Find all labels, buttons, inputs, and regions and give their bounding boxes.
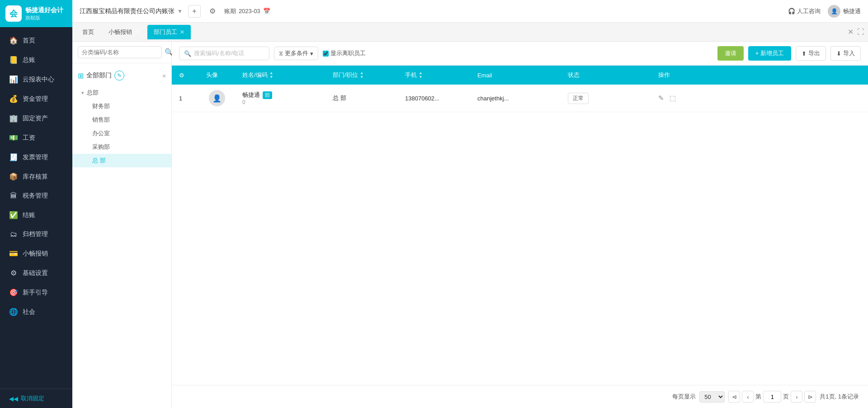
settings-gear-button[interactable]: ⚙ xyxy=(206,5,219,18)
tab-close-icon[interactable]: ✕ xyxy=(180,29,184,35)
sidebar-item-salary[interactable]: 💵 工资 xyxy=(0,128,72,147)
next-page-button[interactable]: › xyxy=(791,391,802,403)
dept-position: 总 部 xyxy=(333,95,346,101)
import-button[interactable]: ⬇ 导入 xyxy=(830,46,861,61)
dept-child-hq[interactable]: 总 部 xyxy=(72,154,171,167)
period-selector[interactable]: 账期 2023-03 📅 xyxy=(224,7,270,15)
th-name-label: 姓名/编码 xyxy=(242,71,268,79)
unpin-button[interactable]: ◀◀ 取消固定 xyxy=(0,389,72,408)
logo-icon: 会 xyxy=(5,5,22,22)
pagination-bar: 每页显示 50 10 20 100 ⊲ ‹ 第 页 › ⊳ 共1页, 1条记录 xyxy=(172,385,868,408)
mobile-number: 138070602... xyxy=(405,95,439,102)
company-selector[interactable]: 江西服宝精品有限责任公司内账张 ▼ xyxy=(80,7,183,15)
user-menu-button[interactable]: 👤 畅捷通 xyxy=(828,5,861,18)
salary-icon: 💵 xyxy=(9,133,18,142)
sidebar-item-settings[interactable]: ⚙ 基础设置 xyxy=(0,263,72,283)
sidebar-item-reports[interactable]: 📊 云报表中心 xyxy=(0,70,72,89)
edit-icon[interactable]: ✎ xyxy=(658,94,664,102)
avatar: 👤 xyxy=(828,5,840,18)
th-avatar: 头像 xyxy=(199,66,235,85)
invite-button[interactable]: 邀请 xyxy=(717,46,744,61)
sidebar-item-inventory[interactable]: 📦 库存核算 xyxy=(0,167,72,186)
fund-icon: 💰 xyxy=(9,95,18,103)
fullscreen-icon[interactable]: ⛶ xyxy=(857,28,864,36)
dept-parent-hq[interactable]: 总部 xyxy=(72,86,171,100)
table-header-row: ⚙ 头像 姓名/编码 ▲▼ 部门/职位 xyxy=(172,66,868,85)
sidebar-item-label: 小畅报销 xyxy=(23,250,48,258)
import-icon: ⬇ xyxy=(836,50,841,57)
headset-icon: 🎧 xyxy=(788,8,795,14)
th-actions: 操作 xyxy=(651,66,868,85)
search-placeholder-text: 搜索编码/名称/电话 xyxy=(194,49,244,57)
sidebar-item-assets[interactable]: 🏢 固定资产 xyxy=(0,109,72,128)
dept-badge: 部 xyxy=(263,91,272,99)
name-row: 畅捷通 部 xyxy=(242,91,318,99)
export-label: 导出 xyxy=(808,49,820,57)
dept-child-sales[interactable]: 销售部 xyxy=(72,113,171,127)
tab-expense[interactable]: 小畅报销 ✕ xyxy=(102,25,146,39)
sidebar-item-guide[interactable]: 🎯 新手引导 xyxy=(0,283,72,302)
avatar-cell: 👤 xyxy=(206,90,228,106)
user-name: 畅捷通 xyxy=(843,7,861,15)
sidebar-item-ledger[interactable]: 📒 总账 xyxy=(0,50,72,70)
unpin-label: 取消固定 xyxy=(21,394,44,403)
sidebar-item-social[interactable]: 🌐 社会 xyxy=(0,302,72,322)
th-email: Email xyxy=(470,66,561,85)
sidebar-item-home[interactable]: 🏠 首页 xyxy=(0,31,72,50)
sidebar-item-expense[interactable]: 💳 小畅报销 xyxy=(0,244,72,263)
name-code-block: 畅捷通 部 0 xyxy=(242,91,318,105)
customer-service-button[interactable]: 🎧 人工咨询 xyxy=(788,7,821,15)
all-dept-item[interactable]: ⊞ 全部部门 ✎ « xyxy=(72,67,171,84)
sidebar: 会 畅捷通好会计 旗舰版 🏠 首页 📒 总账 📊 云报表中心 💰 资金管理 🏢 … xyxy=(0,0,72,408)
tab-home[interactable]: 首页 xyxy=(76,25,100,39)
prev-page-button[interactable]: ‹ xyxy=(742,391,754,403)
dept-child-office[interactable]: 办公室 xyxy=(72,127,171,140)
add-employee-button[interactable]: + 新增员工 xyxy=(748,46,791,61)
more-filters-button[interactable]: ⧖ 更多条件 ▾ xyxy=(274,47,318,60)
sidebar-item-label: 结账 xyxy=(23,211,35,219)
tab-close-icon[interactable]: ✕ xyxy=(135,29,139,35)
export-button[interactable]: ⬆ 导出 xyxy=(796,46,826,61)
collapse-icon[interactable]: « xyxy=(162,72,166,79)
period-label: 账期 xyxy=(224,7,236,15)
tab-dept-employee[interactable]: 部门员工 ✕ xyxy=(147,25,191,39)
filter-icon: ⧖ xyxy=(279,50,283,57)
dept-child-purchase[interactable]: 采购部 xyxy=(72,140,171,154)
logout-icon[interactable]: ⬚ xyxy=(670,94,676,102)
employee-avatar: 👤 xyxy=(209,90,225,106)
sidebar-item-invoice[interactable]: 🧾 发票管理 xyxy=(0,147,72,167)
sidebar-item-archive[interactable]: 🗂 归档管理 xyxy=(0,225,72,244)
th-settings[interactable]: ⚙ xyxy=(172,66,199,85)
tab-side-icons: ✕ ⛶ xyxy=(848,28,864,36)
dept-child-finance[interactable]: 财务部 xyxy=(72,100,171,113)
sidebar-item-close[interactable]: ✅ 结账 xyxy=(0,205,72,225)
page-number-input[interactable] xyxy=(763,391,781,403)
sidebar-item-tax[interactable]: 🏛 税务管理 xyxy=(0,186,72,205)
page-number-label: 第 xyxy=(755,393,761,401)
per-page-select[interactable]: 50 10 20 100 xyxy=(699,391,725,403)
sidebar-item-label: 税务管理 xyxy=(23,192,48,200)
employee-table-wrapper: ⚙ 头像 姓名/编码 ▲▼ 部门/职位 xyxy=(172,66,868,385)
first-page-button[interactable]: ⊲ xyxy=(728,391,740,403)
last-page-button[interactable]: ⊳ xyxy=(804,391,816,403)
service-label: 人工咨询 xyxy=(797,7,821,15)
left-panel: 🔍 ⊞ 全部部门 ✎ « 总部 财务部 销售部 xyxy=(72,42,172,408)
add-tab-button[interactable]: + xyxy=(188,5,201,18)
cell-status: 正常 xyxy=(561,85,651,112)
th-dept-pos[interactable]: 部门/职位 ▲▼ xyxy=(326,66,398,85)
th-actions-label: 操作 xyxy=(658,71,670,78)
sidebar-item-label: 归档管理 xyxy=(23,230,48,238)
dept-edit-button[interactable]: ✎ xyxy=(114,71,124,81)
th-status-label: 状态 xyxy=(568,71,580,78)
th-name-code[interactable]: 姓名/编码 ▲▼ xyxy=(235,66,326,85)
child-label: 销售部 xyxy=(92,116,110,123)
th-mobile[interactable]: 手机 ▲▼ xyxy=(398,66,470,85)
employee-search-area[interactable]: 🔍 搜索编码/名称/电话 xyxy=(179,47,269,60)
sidebar-item-funds[interactable]: 💰 资金管理 xyxy=(0,89,72,109)
show-resigned-checkbox[interactable] xyxy=(323,51,329,57)
dept-group-main: 总部 财务部 销售部 办公室 采购部 总 部 xyxy=(72,84,171,169)
dept-search-input[interactable] xyxy=(78,46,162,58)
page-summary: 共1页, 1条记录 xyxy=(820,393,859,401)
close-icon[interactable]: ✕ xyxy=(848,28,854,36)
employee-code: 0 xyxy=(242,99,318,105)
